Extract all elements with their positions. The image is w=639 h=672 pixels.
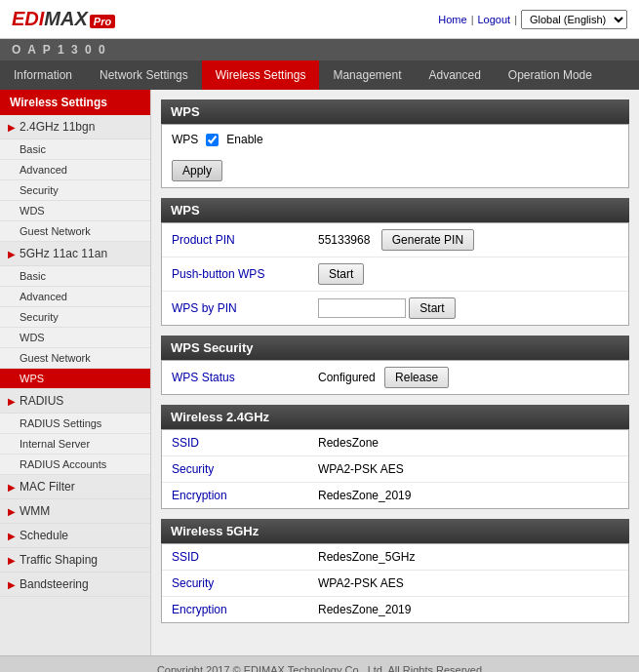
page-title: WPS (161, 99, 629, 124)
sidebar-item-advanced-24[interactable]: Advanced (0, 160, 150, 180)
wps-details-title: WPS (161, 198, 629, 222)
sidebar-item-basic-24[interactable]: Basic (0, 139, 150, 160)
ssid-24-label: SSID (162, 430, 308, 456)
sidebar-item-guest-5[interactable]: Guest Network (0, 348, 150, 369)
encryption-24-row: Encryption RedesZone_2019 (162, 483, 628, 509)
security-5-label: Security (162, 571, 308, 597)
header-links: Home | Logout | Global (English) (438, 10, 627, 29)
apply-button[interactable]: Apply (172, 160, 222, 181)
wireless-5-table: SSID RedesZone_5GHz Security WPA2-PSK AE… (162, 544, 628, 622)
sidebar-item-basic-5[interactable]: Basic (0, 266, 150, 287)
sidebar-item-radius-settings[interactable]: RADIUS Settings (0, 414, 150, 434)
device-bar: O A P 1 3 0 0 (0, 39, 639, 60)
push-start-button[interactable]: Start (318, 263, 364, 285)
wireless-24-title: Wireless 2.4GHz (161, 405, 629, 429)
header: EDIMAXPro Home | Logout | Global (Englis… (0, 0, 639, 39)
wps-status-row: WPS Status Configured Release (162, 361, 628, 394)
sidebar-group-schedule[interactable]: ▶ Schedule (0, 524, 150, 548)
nav-operation-mode[interactable]: Operation Mode (495, 60, 606, 90)
arrow-icon: ▶ (8, 122, 16, 133)
nav-wireless-settings[interactable]: Wireless Settings (202, 60, 320, 90)
arrow-icon-traffic: ▶ (8, 555, 16, 566)
main-content: WPS WPS Enable Apply WPS Product PIN 551… (151, 90, 639, 655)
wps-label: WPS (172, 133, 198, 146)
encryption-5-row: Encryption RedesZone_2019 (162, 597, 628, 623)
product-pin-value: 55133968 Generate PIN (308, 223, 628, 257)
sidebar-group-label-traffic: Traffic Shaping (20, 553, 98, 567)
product-pin-row: Product PIN 55133968 Generate PIN (162, 223, 628, 257)
sidebar-item-radius-accounts[interactable]: RADIUS Accounts (0, 455, 150, 475)
wps-enable-block: WPS Enable Apply (161, 124, 629, 188)
push-button-row: Push-button WPS Start (162, 257, 628, 292)
sidebar-item-security-5[interactable]: Security (0, 307, 150, 328)
device-label: O A P 1 3 0 0 (12, 43, 107, 57)
sidebar-item-wps[interactable]: WPS (0, 369, 150, 389)
arrow-icon-radius: ▶ (8, 396, 16, 407)
logout-link[interactable]: Logout (477, 14, 510, 25)
encryption-5-label: Encryption (162, 597, 308, 623)
wireless-5-title: Wireless 5GHz (161, 519, 629, 543)
ssid-24-row: SSID RedesZone (162, 430, 628, 456)
arrow-icon-wmm: ▶ (8, 506, 16, 517)
sidebar-group-5ghz[interactable]: ▶ 5GHz 11ac 11an (0, 242, 150, 266)
sidebar-group-wmm[interactable]: ▶ WMM (0, 499, 150, 524)
sidebar-group-label-wmm: WMM (20, 504, 50, 518)
sidebar-group-radius[interactable]: ▶ RADIUS (0, 389, 150, 414)
footer: Copyright 2017 © EDIMAX Technology Co., … (0, 655, 639, 672)
language-select[interactable]: Global (English) (521, 10, 627, 29)
sidebar-item-wds-24[interactable]: WDS (0, 201, 150, 221)
arrow-icon-mac: ▶ (8, 482, 16, 493)
wps-security-table: WPS Status Configured Release (162, 361, 628, 394)
sidebar-group-label-radius: RADIUS (20, 394, 63, 408)
nav-advanced[interactable]: Advanced (415, 60, 494, 90)
nav-information[interactable]: Information (0, 60, 86, 90)
ssid-5-value: RedesZone_5GHz (308, 544, 628, 571)
sidebar-group-label-schedule: Schedule (20, 529, 68, 542)
wps-status-value: Configured (318, 371, 376, 384)
arrow-icon-bandsteering: ▶ (8, 579, 16, 590)
wps-status-label: WPS Status (162, 361, 308, 394)
wps-security-block: WPS Status Configured Release (161, 360, 629, 395)
generate-pin-button[interactable]: Generate PIN (381, 229, 474, 251)
security-5-value: WPA2-PSK AES (308, 571, 628, 597)
wps-by-pin-cell: Start (308, 292, 628, 326)
encryption-24-label: Encryption (162, 483, 308, 509)
wps-by-pin-input[interactable] (318, 298, 406, 318)
home-link[interactable]: Home (438, 14, 466, 25)
ssid-5-label: SSID (162, 544, 308, 571)
sidebar-group-label-24: 2.4GHz 11bgn (20, 120, 95, 134)
wps-enable-checkbox[interactable] (206, 134, 219, 146)
security-24-value: WPA2-PSK AES (308, 456, 628, 483)
sidebar-title: Wireless Settings (0, 90, 150, 115)
main-nav: Information Network Settings Wireless Se… (0, 60, 639, 90)
logo-max: MAX (44, 8, 87, 29)
ssid-24-value: RedesZone (308, 430, 628, 456)
nav-network-settings[interactable]: Network Settings (86, 60, 202, 90)
logo-pro: Pro (90, 15, 115, 28)
arrow-icon-schedule: ▶ (8, 531, 16, 541)
encryption-5-value: RedesZone_2019 (308, 597, 628, 623)
logo: EDIMAXPro (12, 8, 115, 30)
sidebar-group-2.4ghz[interactable]: ▶ 2.4GHz 11bgn (0, 115, 150, 139)
product-pin-label: Product PIN (162, 223, 308, 257)
sidebar-group-traffic-shaping[interactable]: ▶ Traffic Shaping (0, 548, 150, 573)
wps-details-block: Product PIN 55133968 Generate PIN Push-b… (161, 222, 629, 326)
nav-management[interactable]: Management (319, 60, 415, 90)
encryption-24-value: RedesZone_2019 (308, 483, 628, 509)
sidebar-group-label-mac: MAC Filter (20, 480, 75, 494)
push-button-cell: Start (308, 257, 628, 292)
security-24-label: Security (162, 456, 308, 483)
sidebar-item-advanced-5[interactable]: Advanced (0, 287, 150, 307)
sidebar-group-bandsteering[interactable]: ▶ Bandsteering (0, 573, 150, 597)
sidebar-item-wds-5[interactable]: WDS (0, 328, 150, 348)
wireless-24-table: SSID RedesZone Security WPA2-PSK AES Enc… (162, 430, 628, 508)
sidebar-item-internal-server[interactable]: Internal Server (0, 434, 150, 455)
sidebar-item-guest-24[interactable]: Guest Network (0, 221, 150, 242)
sidebar-group-mac-filter[interactable]: ▶ MAC Filter (0, 475, 150, 499)
wps-security-title: WPS Security (161, 336, 629, 360)
push-button-label: Push-button WPS (162, 257, 308, 292)
release-button[interactable]: Release (384, 367, 449, 388)
sidebar-item-security-24[interactable]: Security (0, 180, 150, 201)
wps-by-pin-start-button[interactable]: Start (409, 297, 455, 319)
wireless-5-block: SSID RedesZone_5GHz Security WPA2-PSK AE… (161, 543, 629, 623)
